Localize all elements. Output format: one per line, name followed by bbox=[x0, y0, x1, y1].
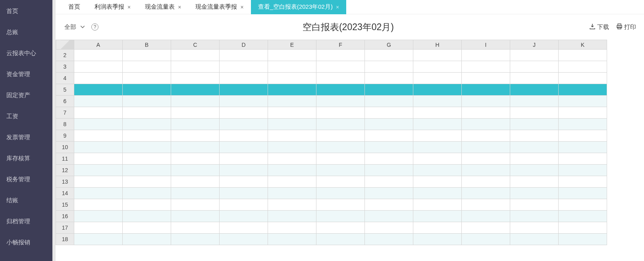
row-header[interactable]: 16 bbox=[56, 211, 74, 222]
cell[interactable] bbox=[510, 96, 559, 107]
cell[interactable] bbox=[510, 119, 559, 130]
cell[interactable] bbox=[413, 96, 462, 107]
cell[interactable] bbox=[365, 188, 413, 199]
cell[interactable] bbox=[74, 199, 123, 211]
cell[interactable] bbox=[220, 50, 268, 61]
cell[interactable] bbox=[559, 188, 607, 199]
cell[interactable] bbox=[268, 142, 316, 153]
sidebar-item-tax[interactable]: 税务管理 bbox=[0, 169, 52, 190]
cell[interactable] bbox=[462, 222, 510, 234]
cell[interactable] bbox=[220, 188, 268, 199]
cell[interactable] bbox=[510, 84, 559, 96]
cell[interactable] bbox=[316, 73, 365, 84]
sidebar-item-cloud-report[interactable]: 云报表中心 bbox=[0, 43, 52, 64]
cell[interactable] bbox=[268, 153, 316, 165]
column-header[interactable]: G bbox=[365, 40, 413, 50]
cell[interactable] bbox=[413, 84, 462, 96]
cell[interactable] bbox=[462, 130, 510, 142]
cell[interactable] bbox=[510, 222, 559, 234]
cell[interactable] bbox=[413, 165, 462, 176]
cell[interactable] bbox=[74, 188, 123, 199]
cell[interactable] bbox=[316, 142, 365, 153]
cell[interactable] bbox=[74, 130, 123, 142]
cell[interactable] bbox=[510, 176, 559, 188]
cell[interactable] bbox=[171, 96, 220, 107]
cell[interactable] bbox=[123, 50, 171, 61]
cell[interactable] bbox=[316, 107, 365, 119]
cell[interactable] bbox=[365, 142, 413, 153]
cell[interactable] bbox=[123, 84, 171, 96]
cell[interactable] bbox=[413, 176, 462, 188]
cell[interactable] bbox=[462, 50, 510, 61]
cell[interactable] bbox=[74, 153, 123, 165]
cell[interactable] bbox=[268, 188, 316, 199]
column-header[interactable]: J bbox=[510, 40, 559, 50]
cell[interactable] bbox=[123, 211, 171, 222]
spreadsheet[interactable]: ABCDEFGHIJK23456789101112131415161718 bbox=[56, 40, 644, 261]
column-header[interactable]: I bbox=[462, 40, 510, 50]
cell[interactable] bbox=[123, 119, 171, 130]
column-header[interactable]: C bbox=[171, 40, 220, 50]
tab-0[interactable]: 首页 bbox=[61, 0, 87, 14]
cell[interactable] bbox=[171, 199, 220, 211]
filter-dropdown[interactable]: 全部 ? bbox=[64, 23, 98, 31]
cell[interactable] bbox=[510, 165, 559, 176]
print-button[interactable]: 打印 bbox=[616, 23, 636, 31]
row-header[interactable]: 7 bbox=[56, 107, 74, 119]
cell[interactable] bbox=[74, 50, 123, 61]
cell[interactable] bbox=[268, 165, 316, 176]
cell[interactable] bbox=[123, 107, 171, 119]
tab-1[interactable]: 利润表季报× bbox=[87, 0, 138, 14]
cell[interactable] bbox=[123, 61, 171, 73]
row-header[interactable]: 3 bbox=[56, 61, 74, 73]
cell[interactable] bbox=[220, 211, 268, 222]
cell[interactable] bbox=[74, 211, 123, 222]
cell[interactable] bbox=[365, 107, 413, 119]
cell[interactable] bbox=[123, 96, 171, 107]
row-header[interactable]: 9 bbox=[56, 130, 74, 142]
close-icon[interactable]: × bbox=[240, 4, 243, 10]
cell[interactable] bbox=[365, 130, 413, 142]
cell[interactable] bbox=[365, 153, 413, 165]
sidebar-item-inventory[interactable]: 库存核算 bbox=[0, 148, 52, 169]
cell[interactable] bbox=[365, 211, 413, 222]
cell[interactable] bbox=[559, 96, 607, 107]
cell[interactable] bbox=[462, 61, 510, 73]
row-header[interactable]: 18 bbox=[56, 234, 74, 245]
tab-3[interactable]: 现金流量表季报× bbox=[188, 0, 251, 14]
cell[interactable] bbox=[268, 234, 316, 245]
cell[interactable] bbox=[316, 176, 365, 188]
cell[interactable] bbox=[74, 107, 123, 119]
row-header[interactable]: 2 bbox=[56, 50, 74, 61]
column-header[interactable]: A bbox=[74, 40, 123, 50]
cell[interactable] bbox=[462, 211, 510, 222]
sidebar-item-closing[interactable]: 结账 bbox=[0, 190, 52, 211]
cell[interactable] bbox=[365, 234, 413, 245]
cell[interactable] bbox=[413, 107, 462, 119]
cell[interactable] bbox=[559, 222, 607, 234]
row-header[interactable]: 14 bbox=[56, 188, 74, 199]
cell[interactable] bbox=[74, 165, 123, 176]
column-header[interactable]: B bbox=[123, 40, 171, 50]
cell[interactable] bbox=[559, 61, 607, 73]
cell[interactable] bbox=[365, 61, 413, 73]
cell[interactable] bbox=[510, 211, 559, 222]
cell[interactable] bbox=[559, 50, 607, 61]
tab-4[interactable]: 查看_空白报表(2023年02月)× bbox=[251, 0, 347, 14]
cell[interactable] bbox=[365, 73, 413, 84]
cell[interactable] bbox=[559, 234, 607, 245]
row-header[interactable]: 5 bbox=[56, 84, 74, 96]
column-header[interactable]: D bbox=[220, 40, 268, 50]
cell[interactable] bbox=[171, 234, 220, 245]
cell[interactable] bbox=[171, 188, 220, 199]
cell[interactable] bbox=[559, 211, 607, 222]
column-header[interactable]: E bbox=[268, 40, 316, 50]
cell[interactable] bbox=[74, 234, 123, 245]
cell[interactable] bbox=[413, 73, 462, 84]
cell[interactable] bbox=[123, 176, 171, 188]
cell[interactable] bbox=[268, 176, 316, 188]
cell[interactable] bbox=[220, 119, 268, 130]
cell[interactable] bbox=[316, 234, 365, 245]
cell[interactable] bbox=[171, 211, 220, 222]
cell[interactable] bbox=[510, 142, 559, 153]
